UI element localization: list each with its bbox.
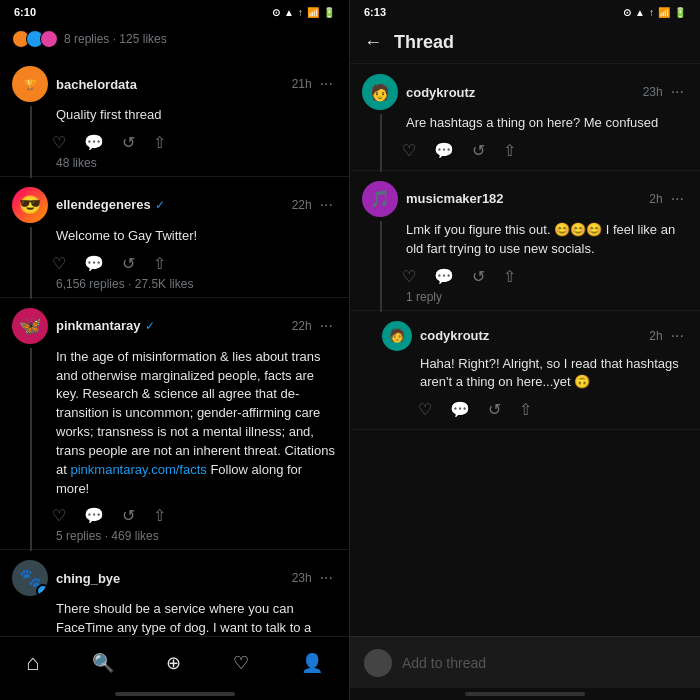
thread-username-1: codykroutz	[406, 85, 475, 100]
t-reply-1[interactable]: 💬	[434, 141, 454, 160]
nav-home[interactable]: ⌂	[18, 642, 47, 684]
tweet-actions-1: ♡ 💬 ↺ ⇧	[12, 133, 337, 152]
t-repost-2[interactable]: ↺	[472, 267, 485, 286]
t-repost-1[interactable]: ↺	[472, 141, 485, 160]
t-share-2[interactable]: ⇧	[503, 267, 516, 286]
status-icons-right: ⊙ ▲ ↑ 📶 🔋	[623, 7, 686, 18]
status-bar-left: 6:10 ⊙ ▲ ↑ 📶 🔋	[0, 0, 349, 22]
thread-actions-2: ♡ 💬 ↺ ⇧	[362, 267, 688, 286]
thread-stats-2: 1 reply	[362, 290, 688, 304]
t-share-3[interactable]: ⇧	[519, 400, 532, 419]
more-btn-4[interactable]: ···	[316, 569, 337, 587]
t-share-1[interactable]: ⇧	[503, 141, 516, 160]
tweet-stats-3: 5 replies · 469 likes	[12, 529, 337, 543]
thread-more-1[interactable]: ···	[667, 83, 688, 101]
thread-actions-3: ♡ 💬 ↺ ⇧	[382, 400, 688, 419]
nav-compose[interactable]: ⊕	[158, 644, 189, 682]
thread-text-1: Are hashtags a thing on here? Me confuse…	[362, 114, 688, 133]
time-ellen: 22h	[292, 198, 312, 212]
tweet-body-pink: In the age of misinformation & lies abou…	[56, 349, 335, 477]
share-btn-2[interactable]: ⇧	[153, 254, 166, 273]
repost-btn-1[interactable]: ↺	[122, 133, 135, 152]
more-btn-2[interactable]: ···	[316, 196, 337, 214]
replies-bar: 8 replies · 125 likes	[0, 22, 349, 56]
time-bachelordata: 21h	[292, 77, 312, 91]
thread-username-3: codykroutz	[420, 328, 489, 343]
more-btn-3[interactable]: ···	[316, 317, 337, 335]
nav-profile[interactable]: 👤	[293, 644, 331, 682]
thread-time-3: 2h	[649, 329, 662, 343]
username-ching: ching_bye	[56, 571, 120, 586]
tweet-pinkmantaray: 🦋 pinkmantaray ✓ 22h ··· In the age of m…	[0, 298, 349, 551]
thread-actions-1: ♡ 💬 ↺ ⇧	[362, 141, 688, 160]
avatar-chingbye: 🐾 +	[12, 560, 48, 596]
like-btn-1[interactable]: ♡	[52, 133, 66, 152]
tweet-bachelordata: 🏆 bachelordata 21h ··· Quality first thr…	[0, 56, 349, 177]
tweet-chingbye: 🐾 + ching_bye 23h ··· There should be a …	[0, 550, 349, 636]
thread-time-2: 2h	[649, 192, 662, 206]
t-reply-3[interactable]: 💬	[450, 400, 470, 419]
thread-more-3[interactable]: ···	[667, 327, 688, 345]
add-badge: +	[36, 584, 48, 596]
thread-line-1	[30, 106, 32, 178]
left-panel: 6:10 ⊙ ▲ ↑ 📶 🔋 8 replies · 125 likes 🏆	[0, 0, 350, 700]
share-btn-1[interactable]: ⇧	[153, 133, 166, 152]
reply-avatar-3	[40, 30, 58, 48]
thread-more-2[interactable]: ···	[667, 190, 688, 208]
thread-tweet-2: 🎵 musicmaker182 2h ··· Lmk if you figure…	[350, 171, 700, 311]
thread-header-1: 🧑 codykroutz 23h ···	[362, 74, 688, 110]
add-thread-avatar	[364, 649, 392, 677]
avatar-ellendegeneres: 😎	[12, 187, 48, 223]
avatar-pinkmantaray: 🦋	[12, 308, 48, 344]
tweet-header-2: 😎 ellendegeneres ✓ 22h ···	[12, 187, 337, 223]
username-ellendegeneres: ellendegeneres	[56, 197, 151, 212]
share-btn-3[interactable]: ⇧	[153, 506, 166, 525]
bottom-nav: ⌂ 🔍 ⊕ ♡ 👤	[0, 636, 349, 688]
add-thread-bar: Add to thread	[350, 636, 700, 688]
thread-line-r2	[380, 221, 382, 312]
tweet-text-pink: In the age of misinformation & lies abou…	[12, 348, 337, 499]
thread-line-3	[30, 348, 32, 552]
like-btn-3[interactable]: ♡	[52, 506, 66, 525]
t-reply-2[interactable]: 💬	[434, 267, 454, 286]
t-like-2[interactable]: ♡	[402, 267, 416, 286]
back-button[interactable]: ←	[364, 32, 382, 53]
thread-text-3: Haha! Right?! Alright, so I read that ha…	[382, 355, 688, 393]
like-btn-2[interactable]: ♡	[52, 254, 66, 273]
thread-time-1: 23h	[643, 85, 663, 99]
t-like-1[interactable]: ♡	[402, 141, 416, 160]
repost-btn-3[interactable]: ↺	[122, 506, 135, 525]
repost-btn-2[interactable]: ↺	[122, 254, 135, 273]
time-pink: 22h	[292, 319, 312, 333]
thread-title: Thread	[394, 32, 454, 53]
tweet-text-ching: There should be a service where you can …	[12, 600, 337, 636]
reply-btn-2[interactable]: 💬	[84, 254, 104, 273]
t-like-3[interactable]: ♡	[418, 400, 432, 419]
t-repost-3[interactable]: ↺	[488, 400, 501, 419]
time-right: 6:13	[364, 6, 386, 18]
tweet-link-pink[interactable]: pinkmantaray.com/facts	[70, 462, 206, 477]
tweet-header-3: 🦋 pinkmantaray ✓ 22h ···	[12, 308, 337, 344]
time-ching: 23h	[292, 571, 312, 585]
thread-line-r1	[380, 114, 382, 172]
tweet-header-1: 🏆 bachelordata 21h ···	[12, 66, 337, 102]
thread-tweet-1: 🧑 codykroutz 23h ··· Are hashtags a thin…	[350, 64, 700, 171]
thread-text-2: Lmk if you figure this out. 😊😊😊 I feel l…	[362, 221, 688, 259]
reply-btn-3[interactable]: 💬	[84, 506, 104, 525]
home-indicator-left	[115, 692, 235, 696]
username-pink: pinkmantaray	[56, 318, 141, 333]
nav-notifications[interactable]: ♡	[225, 644, 257, 682]
tweet-stats-2: 6,156 replies · 27.5K likes	[12, 277, 337, 291]
add-thread-input[interactable]: Add to thread	[402, 655, 686, 671]
thread-header: ← Thread	[350, 22, 700, 64]
reply-btn-1[interactable]: 💬	[84, 133, 104, 152]
thread-meta-2: musicmaker182 2h ···	[406, 190, 688, 208]
right-feed: 🧑 codykroutz 23h ··· Are hashtags a thin…	[350, 64, 700, 636]
more-btn-1[interactable]: ···	[316, 75, 337, 93]
reply-avatars	[12, 30, 58, 48]
tweet-meta-1: bachelordata 21h ···	[56, 75, 337, 93]
nav-search[interactable]: 🔍	[84, 644, 122, 682]
time-left: 6:10	[14, 6, 36, 18]
tweet-meta-3: pinkmantaray ✓ 22h ···	[56, 317, 337, 335]
left-feed: 🏆 bachelordata 21h ··· Quality first thr…	[0, 56, 349, 636]
